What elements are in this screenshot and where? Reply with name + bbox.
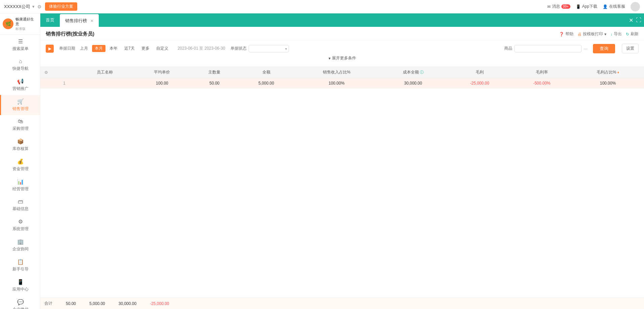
sidebar-label-search: 搜索菜单 bbox=[12, 46, 29, 52]
sidebar-item-appstore[interactable]: 📱 应用中心 bbox=[0, 275, 40, 296]
sidebar-item-finance[interactable]: 💰 资金管理 bbox=[0, 155, 40, 175]
logo-text: 畅康通好生意 bbox=[15, 17, 37, 27]
last-7days-btn[interactable]: 近7天 bbox=[122, 45, 137, 52]
basic-icon: 🗃 bbox=[18, 199, 23, 205]
tab-close-icon[interactable]: ✕ bbox=[90, 19, 93, 23]
sidebar-label-operation: 经营管理 bbox=[12, 186, 29, 192]
help-label: 帮助 bbox=[565, 31, 573, 37]
expand-label: 展开更多条件 bbox=[332, 55, 356, 61]
row-profit-rate: -500.00% bbox=[512, 78, 572, 89]
footer-cost-value: 30,000.00 bbox=[119, 301, 136, 306]
service-icon: 👤 bbox=[603, 4, 608, 9]
sidebar-item-system[interactable]: ⚙ 系统管理 bbox=[0, 215, 40, 235]
sidebar-label-basic: 基础信息 bbox=[12, 206, 29, 212]
sidebar-item-guide[interactable]: 📋 新手引导 bbox=[0, 255, 40, 275]
footer-amount-value: 5,000.00 bbox=[89, 301, 105, 306]
settings-button[interactable]: 设置 bbox=[622, 44, 639, 53]
tab-bar-right: ✕ ⛶ bbox=[629, 17, 644, 23]
sidebar-item-basic[interactable]: 🗃 基础信息 bbox=[0, 195, 40, 215]
export-label: 导出 bbox=[614, 31, 622, 37]
th-profit-pct: 毛利占比% ♦ bbox=[572, 67, 644, 78]
status-filter-label: 单据状态 bbox=[230, 46, 247, 51]
top-bar: XXXXXX公司 ▾ ⚙ 体验行业方案 ✉ 消息 99+ 📱 App下载 👤 在… bbox=[0, 0, 644, 13]
app-label: App下载 bbox=[582, 4, 597, 9]
custom-date-btn[interactable]: 自定义 bbox=[154, 45, 171, 52]
query-button[interactable]: 查询 bbox=[593, 44, 615, 53]
th-profit: 毛利 bbox=[447, 67, 512, 78]
goods-more-icon[interactable]: ··· bbox=[584, 46, 588, 51]
last-month-btn[interactable]: 上月 bbox=[77, 45, 91, 52]
sidebar-item-shortcut[interactable]: ⌂ 快捷导航 bbox=[0, 55, 40, 75]
service-label: 在线客服 bbox=[609, 4, 625, 9]
app-download-button[interactable]: 📱 App下载 bbox=[576, 4, 597, 9]
date-range-display: 2023-06-01 至 2023-06-30 bbox=[178, 46, 225, 51]
th-settings[interactable]: ⚙ bbox=[40, 67, 52, 78]
sidebar-label-finance: 资金管理 bbox=[12, 166, 29, 172]
wechat-icon: 💬 bbox=[17, 299, 24, 305]
enterprise-icon: 🏢 bbox=[17, 239, 24, 245]
sidebar-label-system: 系统管理 bbox=[12, 226, 29, 232]
sidebar-item-operation[interactable]: 📊 经营管理 bbox=[0, 175, 40, 195]
help-button[interactable]: ❓ 帮助 bbox=[559, 31, 573, 37]
print-icon: 🖨 bbox=[577, 32, 582, 37]
logo-text-wrap: 畅康通好生意 标准版 bbox=[15, 17, 37, 31]
goods-search-input[interactable] bbox=[514, 45, 582, 52]
sidebar-item-sales[interactable]: 🛒 销售管理 bbox=[0, 95, 40, 115]
trial-button[interactable]: 体验行业方案 bbox=[45, 2, 77, 11]
system-icon: ⚙ bbox=[18, 218, 23, 225]
appstore-icon: 📱 bbox=[17, 279, 24, 285]
tab-maximize-icon[interactable]: ⛶ bbox=[636, 17, 641, 23]
company-selector[interactable]: XXXXXX公司 ▾ bbox=[4, 4, 35, 10]
filter-collapse-button[interactable]: ▶ bbox=[46, 45, 54, 53]
table-wrap: ⚙ 员工名称 平均单价 主数量 全额 销售收入占比% 成本全额 ⓘ 毛利 毛利率… bbox=[40, 67, 644, 298]
search-menu-icon: ☰ bbox=[18, 38, 23, 45]
company-name: XXXXXX公司 bbox=[4, 4, 30, 10]
row-avg-price: 100.00 bbox=[133, 78, 190, 89]
filter-area: ▶ 单据日期 上月 本月 本年 近7天 更多 自定义 2023-06 bbox=[40, 40, 644, 67]
sidebar-item-search[interactable]: ☰ 搜索菜单 bbox=[0, 35, 40, 55]
sidebar-label-inventory: 库存核算 bbox=[12, 146, 29, 152]
operation-icon: 📊 bbox=[17, 178, 24, 185]
finance-icon: 💰 bbox=[17, 158, 24, 165]
avatar[interactable] bbox=[631, 2, 640, 11]
print-button[interactable]: 🖨 按模板打印 ▾ bbox=[577, 31, 606, 37]
row-settings-col bbox=[40, 78, 52, 89]
message-button[interactable]: ✉ 消息 99+ bbox=[547, 4, 570, 9]
sidebar-item-inventory[interactable]: 📦 库存核算 bbox=[0, 135, 40, 155]
row-sales-pct: 100.00% bbox=[294, 78, 379, 89]
goods-filter-label: 商品 bbox=[504, 46, 512, 51]
tab-home[interactable]: 首页 bbox=[40, 13, 60, 27]
sidebar-item-purchase[interactable]: 🛍 采购管理 bbox=[0, 115, 40, 135]
expand-conditions-button[interactable]: ▾ 展开更多条件 bbox=[329, 55, 356, 61]
sidebar-item-enterprise[interactable]: 🏢 企业协同 bbox=[0, 235, 40, 255]
expand-row: ▾ 展开更多条件 bbox=[46, 53, 639, 63]
tab-minimize-icon[interactable]: ✕ bbox=[629, 17, 633, 23]
refresh-button[interactable]: ↻ 刷新 bbox=[626, 31, 639, 37]
sidebar-item-marketing[interactable]: 📢 营销推广 bbox=[0, 75, 40, 95]
settings-icon[interactable]: ⚙ bbox=[37, 4, 42, 9]
date-filter-label: 单据日期 bbox=[59, 46, 75, 51]
date-quick-buttons: 上月 本月 本年 近7天 更多 自定义 bbox=[77, 45, 171, 52]
th-amount: 全额 bbox=[238, 67, 294, 78]
sidebar-item-wechat[interactable]: 💬 企业微信 bbox=[0, 296, 40, 309]
page-header: 销售排行榜(按业务员) ❓ 帮助 🖨 按模板打印 ▾ ↓ 导出 bbox=[40, 27, 644, 40]
status-select-wrap bbox=[249, 45, 289, 52]
logo-tag: 标准版 bbox=[15, 27, 37, 31]
export-button[interactable]: ↓ 导出 bbox=[610, 31, 622, 37]
tab-bar: 首页 销售排行榜 ✕ ✕ ⛶ bbox=[40, 13, 644, 27]
current-year-btn[interactable]: 本年 bbox=[107, 45, 120, 52]
inventory-icon: 📦 bbox=[17, 138, 24, 145]
row-name bbox=[76, 78, 133, 89]
date-filter: 单据日期 上月 本月 本年 近7天 更多 自定义 bbox=[59, 45, 171, 52]
row-profit-pct: 100.00% bbox=[572, 78, 644, 89]
current-month-btn[interactable]: 本月 bbox=[92, 45, 105, 52]
status-select[interactable] bbox=[249, 45, 289, 52]
export-icon: ↓ bbox=[610, 32, 612, 37]
sidebar-label-wechat: 企业微信 bbox=[12, 307, 29, 309]
tab-sales-rank[interactable]: 销售排行榜 ✕ bbox=[60, 14, 99, 28]
online-service-button[interactable]: 👤 在线客服 bbox=[603, 4, 625, 9]
sales-rank-tab-label: 销售排行榜 bbox=[65, 18, 87, 24]
message-badge: 99+ bbox=[561, 4, 570, 9]
more-dates-btn[interactable]: 更多 bbox=[139, 45, 152, 52]
home-icon: ⌂ bbox=[19, 58, 22, 64]
